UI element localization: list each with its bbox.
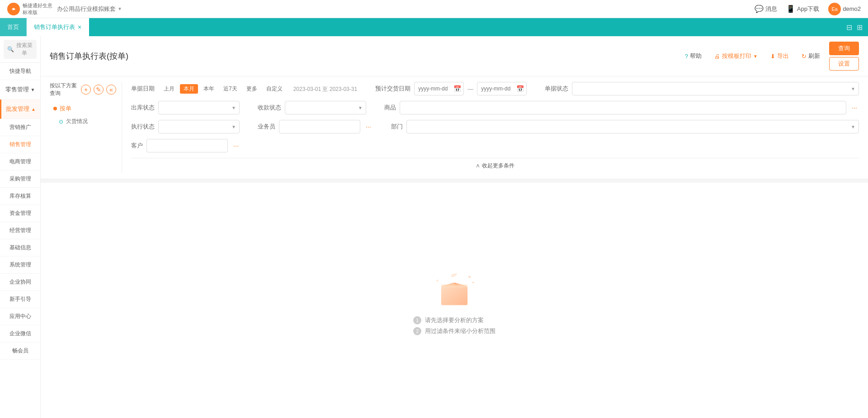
download-icon: 📱 [786, 5, 795, 13]
collapse-icon: ∧ [476, 162, 480, 169]
salesperson-input[interactable] [279, 120, 360, 133]
date-tab-last-month[interactable]: 上月 [160, 84, 178, 94]
empty-tip-1: 1 请先选择要分析的方案 [413, 316, 495, 324]
sidebar-item-wechat[interactable]: 企业微信 [0, 325, 40, 342]
sub-scheme-shortage[interactable]: ⊙ 欠货情况 [50, 115, 116, 128]
expected-date-end-wrap: 📅 [477, 82, 527, 95]
filter-fields: 单据日期 上月 本月 本年 近7天 更多 自定义 2023-03-01 至 20… [122, 82, 859, 173]
sidebar-item-marketing[interactable]: 营销推广 [0, 119, 40, 136]
sidebar-item-collab[interactable]: 企业协同 [0, 274, 40, 291]
sidebar-item-guide[interactable]: 新手引导 [0, 291, 40, 308]
date-tab-more[interactable]: 更多 [243, 84, 261, 94]
sidebar-item-operations[interactable]: 经营管理 [0, 222, 40, 239]
collapse-label: 收起更多条件 [482, 162, 514, 169]
date-tab-7days[interactable]: 近7天 [220, 84, 241, 94]
calendar-start-icon: 📅 [453, 85, 461, 92]
sidebar-item-sales[interactable]: 销售管理 [0, 136, 40, 153]
stock-status-select[interactable] [158, 101, 240, 114]
user-menu[interactable]: Ea demo2 [828, 3, 861, 15]
tab-bar: 首页 销售订单执行表 × ⊟ ⊞ [0, 18, 868, 36]
calendar-end-icon: 📅 [516, 85, 524, 92]
tip-num-2: 2 [413, 327, 421, 335]
filter-customer-field: 客户 ··· [131, 139, 241, 152]
sidebar-search[interactable]: 🔍 搜索菜单 [0, 36, 40, 63]
tab-minimize-icon[interactable]: ⊟ [846, 23, 852, 32]
edit-scheme-btn[interactable]: ✎ [94, 85, 104, 95]
add-scheme-btn[interactable]: + [81, 85, 91, 95]
tab-sales-order[interactable]: 销售订单执行表 × [27, 18, 89, 36]
top-header: 畅捷通好生意 标准版 办公用品行业模拟账套 ▼ 💬 消息 📱 App下载 Ea … [0, 0, 868, 18]
scheme-item-order[interactable]: 按单 [50, 102, 116, 115]
product-input[interactable] [400, 101, 846, 114]
filter-section: 按以下方案查询 + ✎ « 按单 ⊙ 欠货情况 [41, 76, 868, 179]
sidebar-item-inventory[interactable]: 库存核算 [0, 188, 40, 205]
tab-maximize-icon[interactable]: ⊞ [857, 23, 863, 32]
filter-exec-status-field: 执行状态 [131, 120, 240, 133]
empty-content: 1 请先选择要分析的方案 2 用过滤条件来缩小分析范围 [413, 266, 495, 335]
header-left: 畅捷通好生意 标准版 办公用品行业模拟账套 ▼ [7, 2, 122, 15]
collapse-scheme-btn[interactable]: « [106, 85, 116, 95]
sales-tab-label: 销售订单执行表 [34, 23, 75, 31]
expected-date-start-wrap: 📅 [414, 82, 464, 95]
dept-select[interactable] [406, 120, 859, 133]
filter-stock-status-field: 出库状态 [131, 101, 240, 114]
export-btn[interactable]: ⬇ 导出 [767, 50, 793, 62]
customer-input[interactable] [146, 139, 228, 152]
refresh-btn[interactable]: ↻ 刷新 [798, 50, 824, 62]
filter-doc-status-field: 单据状态 [545, 82, 859, 95]
help-btn[interactable]: ? 帮助 [681, 50, 705, 62]
export-icon: ⬇ [770, 53, 775, 60]
svg-point-7 [436, 280, 438, 281]
message-icon: 💬 [755, 5, 764, 13]
date-tab-this-year[interactable]: 本年 [200, 84, 218, 94]
avatar: Ea [828, 3, 841, 15]
svg-rect-1 [441, 286, 467, 305]
header-right: 💬 消息 📱 App下载 Ea demo2 [755, 3, 861, 15]
doc-status-select-wrap [572, 82, 859, 95]
filter-department-field: 部门 [391, 120, 859, 133]
date-tab-custom[interactable]: 自定义 [263, 84, 286, 94]
exec-status-select[interactable] [158, 120, 240, 133]
filter-row-3: 执行状态 业务员 ··· 部门 [131, 120, 859, 133]
sidebar-item-basic-info[interactable]: 基础信息 [0, 239, 40, 256]
filter-product-field: 商品 ··· [384, 101, 859, 114]
tab-close-icon[interactable]: × [78, 24, 81, 30]
sidebar-item-app-center[interactable]: 应用中心 [0, 308, 40, 325]
customer-more-icon[interactable]: ··· [231, 142, 241, 149]
home-tab-label: 首页 [7, 23, 19, 31]
sidebar-item-retail[interactable]: 零售管理 ▼ [0, 80, 40, 100]
settings-button[interactable]: 设置 [829, 57, 859, 71]
date-tab-this-month[interactable]: 本月 [180, 84, 198, 94]
sidebar-item-wholesale[interactable]: 批发管理 ▲ [0, 100, 40, 119]
sidebar-item-member[interactable]: 畅会员 [0, 342, 40, 360]
date-tabs: 上月 本月 本年 近7天 更多 自定义 [160, 84, 286, 94]
chevron-up-icon: ▲ [31, 107, 36, 112]
main-layout: 🔍 搜索菜单 快捷导航 零售管理 ▼ 批发管理 ▲ 营销推广 销售管理 电商管理… [0, 36, 868, 418]
collapse-bar[interactable]: ∧ 收起更多条件 [131, 158, 859, 173]
content-area: 销售订单执行表(按单) ? 帮助 🖨 按模板打印 ▼ ⬇ 导出 ↻ 刷新 [41, 36, 868, 418]
message-btn[interactable]: 💬 消息 [755, 5, 777, 13]
print-btn[interactable]: 🖨 按模板打印 ▼ [711, 50, 761, 62]
sidebar-item-finance[interactable]: 资金管理 [0, 205, 40, 222]
payment-status-wrap [285, 101, 366, 114]
sidebar-quick-nav[interactable]: 快捷导航 [0, 63, 40, 80]
logo-text: 畅捷通好生意 标准版 [23, 2, 52, 15]
page-header: 销售订单执行表(按单) ? 帮助 🖨 按模板打印 ▼ ⬇ 导出 ↻ 刷新 [41, 36, 868, 76]
payment-status-select[interactable] [285, 101, 366, 114]
dept-status-wrap [406, 120, 859, 133]
query-button[interactable]: 查询 [829, 42, 859, 55]
sidebar-item-system[interactable]: 系统管理 [0, 256, 40, 274]
exec-status-wrap [158, 120, 240, 133]
doc-status-select[interactable] [572, 82, 859, 95]
filter-scheme-panel: 按以下方案查询 + ✎ « 按单 ⊙ 欠货情况 [50, 82, 122, 173]
breadcrumb[interactable]: 办公用品行业模拟账套 ▼ [57, 5, 122, 13]
sidebar-item-ecommerce[interactable]: 电商管理 [0, 153, 40, 171]
sidebar: 🔍 搜索菜单 快捷导航 零售管理 ▼ 批发管理 ▲ 营销推广 销售管理 电商管理… [0, 36, 41, 418]
salesperson-more-icon[interactable]: ··· [364, 123, 373, 130]
tab-home[interactable]: 首页 [0, 18, 27, 36]
stock-status-wrap [158, 101, 240, 114]
filter-date-field: 单据日期 上月 本月 本年 近7天 更多 自定义 [131, 84, 286, 94]
product-more-icon[interactable]: ··· [850, 104, 859, 111]
sidebar-item-purchase[interactable]: 采购管理 [0, 171, 40, 188]
app-download-btn[interactable]: 📱 App下载 [786, 5, 819, 13]
